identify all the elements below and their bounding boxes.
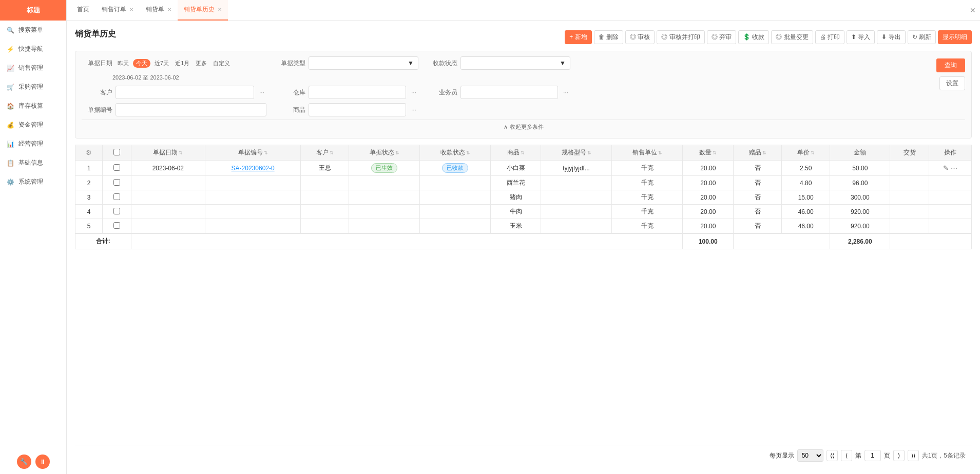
cell-date bbox=[131, 176, 205, 190]
filter-settings-button[interactable]: 设置 bbox=[939, 76, 965, 90]
more-action-btn[interactable]: ⋯ bbox=[951, 164, 957, 172]
cell-checkbox[interactable] bbox=[103, 176, 131, 190]
cell-checkbox[interactable] bbox=[103, 161, 131, 176]
sidebar-item-quick-nav[interactable]: ⚡ 快捷导航 bbox=[0, 40, 66, 58]
doc-no-input[interactable] bbox=[116, 103, 266, 116]
row-checkbox[interactable] bbox=[113, 222, 120, 229]
row-checkbox[interactable] bbox=[113, 193, 120, 200]
shortcut-yesterday[interactable]: 昨天 bbox=[116, 59, 131, 68]
tab-sales-history[interactable]: 销货单历史 ✕ bbox=[178, 0, 228, 21]
new-button[interactable]: + 新增 bbox=[565, 30, 591, 44]
salesperson-dots-btn[interactable]: ··· bbox=[561, 89, 570, 96]
tab-sales-order-close[interactable]: ✕ bbox=[129, 7, 133, 12]
cell-doc-no[interactable]: SA-20230602-0 bbox=[205, 161, 301, 176]
audit-print-button[interactable]: ◎ 审核并打印 bbox=[657, 30, 704, 44]
th-unit[interactable]: 销售单位 ⇅ bbox=[612, 145, 683, 161]
sidebar-item-basic-info[interactable]: 📋 基础信息 bbox=[0, 153, 66, 172]
doc-no-link[interactable]: SA-20230602-0 bbox=[232, 165, 275, 172]
shortcut-today[interactable]: 今天 bbox=[133, 59, 150, 68]
cell-actions bbox=[929, 190, 972, 205]
goods-label: 商品 bbox=[275, 106, 305, 114]
pagination: 每页显示 50 100 200 ⟨⟨ ⟨ 第 页 ⟩ ⟩⟩ 共1页，5条记录 bbox=[75, 445, 972, 466]
th-customer[interactable]: 客户 ⇅ bbox=[301, 145, 349, 161]
last-page-btn[interactable]: ⟩⟩ bbox=[908, 450, 919, 461]
customer-input[interactable] bbox=[116, 86, 254, 99]
collapse-filter-btn[interactable]: ∧ 收起更多条件 bbox=[82, 120, 965, 133]
print-button[interactable]: 🖨 打印 bbox=[815, 30, 844, 44]
refresh-button[interactable]: ↻ 刷新 bbox=[908, 30, 936, 44]
goods-dots-btn[interactable]: ··· bbox=[409, 106, 418, 113]
cell-doc-status bbox=[349, 190, 420, 205]
th-gift[interactable]: 赠品 ⇅ bbox=[734, 145, 782, 161]
shortcut-7days[interactable]: 近7天 bbox=[152, 59, 171, 68]
batch-change-button[interactable]: ◎ 批量变更 bbox=[771, 30, 813, 44]
th-doc-status[interactable]: 单据状态 ⇅ bbox=[349, 145, 420, 161]
sidebar-item-finance[interactable]: 💰 资金管理 bbox=[0, 115, 66, 134]
warehouse-dots-btn[interactable]: ··· bbox=[409, 89, 418, 96]
sidebar-item-search-menu[interactable]: 🔍 搜索菜单 bbox=[0, 21, 66, 40]
abandon-button[interactable]: ◎ 弃审 bbox=[707, 30, 736, 44]
sidebar-collapse-btn[interactable]: ⏸ bbox=[35, 455, 50, 469]
audit-button[interactable]: ◎ 审核 bbox=[625, 30, 655, 44]
prev-page-btn[interactable]: ⟨ bbox=[841, 450, 852, 461]
collapse-label: 收起更多条件 bbox=[510, 123, 544, 131]
customer-sort-icon: ⇅ bbox=[330, 150, 334, 155]
shortcut-more[interactable]: 更多 bbox=[194, 59, 209, 68]
basic-info-icon: 📋 bbox=[6, 159, 14, 167]
delete-button[interactable]: 🗑 删除 bbox=[594, 30, 623, 44]
th-date[interactable]: 单据日期 ⇅ bbox=[131, 145, 205, 161]
shortcut-1month[interactable]: 近1月 bbox=[173, 59, 191, 68]
sidebar-item-sales-mgmt[interactable]: 📈 销售管理 bbox=[0, 58, 66, 77]
warehouse-input[interactable] bbox=[309, 86, 406, 99]
th-goods[interactable]: 商品 ⇅ bbox=[491, 145, 541, 161]
cell-checkbox[interactable] bbox=[103, 219, 131, 234]
sidebar-item-inventory[interactable]: 🏠 库存核算 bbox=[0, 96, 66, 115]
cell-checkbox[interactable] bbox=[103, 190, 131, 205]
export-button[interactable]: ⬇ 导出 bbox=[877, 30, 905, 44]
tab-sales-delivery-close[interactable]: ✕ bbox=[167, 7, 171, 12]
next-page-btn[interactable]: ⟩ bbox=[893, 450, 905, 461]
page-size-select[interactable]: 50 100 200 bbox=[797, 449, 823, 462]
goods-input[interactable] bbox=[309, 103, 406, 116]
row-checkbox[interactable] bbox=[113, 179, 120, 186]
th-spec[interactable]: 规格型号 ⇅ bbox=[541, 145, 612, 161]
th-qty[interactable]: 数量 ⇅ bbox=[683, 145, 734, 161]
sidebar-item-operations[interactable]: 📊 经营管理 bbox=[0, 134, 66, 153]
collect-button[interactable]: 💲 收款 bbox=[738, 30, 769, 44]
row-checkbox[interactable] bbox=[113, 208, 120, 214]
show-detail-button[interactable]: 显示明细 bbox=[938, 30, 972, 44]
page-number-input[interactable] bbox=[864, 450, 881, 461]
tab-sales-history-close[interactable]: ✕ bbox=[218, 7, 222, 12]
select-all-checkbox[interactable] bbox=[113, 149, 120, 155]
cell-doc-no bbox=[205, 205, 301, 219]
doc-type-select[interactable]: ▼ bbox=[309, 56, 418, 70]
th-settings[interactable]: ⚙ bbox=[75, 145, 103, 161]
th-price[interactable]: 单价 ⇅ bbox=[782, 145, 830, 161]
first-page-btn[interactable]: ⟨⟨ bbox=[827, 450, 838, 461]
payment-status-select[interactable]: ▼ bbox=[460, 56, 570, 70]
cell-checkbox[interactable] bbox=[103, 205, 131, 219]
th-doc-no[interactable]: 单据编号 ⇅ bbox=[205, 145, 301, 161]
customer-dots-btn[interactable]: ··· bbox=[257, 89, 266, 96]
tab-home[interactable]: 首页 bbox=[71, 0, 95, 21]
th-payment-status[interactable]: 收款状态 ⇅ bbox=[420, 145, 491, 161]
import-button[interactable]: ⬆ 导入 bbox=[847, 30, 875, 44]
page-header: 销货单历史 + 新增 🗑 删除 ◎ 审核 ◎ 审核并打印 ◎ 弃审 💲 收款 ◎… bbox=[75, 29, 972, 46]
sidebar-settings-btn[interactable]: 🔧 bbox=[17, 455, 31, 469]
tab-sales-order[interactable]: 销售订单 ✕ bbox=[95, 0, 140, 21]
th-amount-label: 金额 bbox=[854, 149, 866, 156]
column-settings-button[interactable]: ⚙ bbox=[86, 149, 92, 156]
tab-bar-close-all[interactable]: ✕ bbox=[970, 6, 976, 14]
collapse-icon: ∧ bbox=[504, 124, 508, 130]
sidebar-item-system-mgmt[interactable]: ⚙️ 系统管理 bbox=[0, 172, 66, 191]
payment-status-badge: 已收款 bbox=[442, 163, 468, 173]
salesperson-input[interactable] bbox=[460, 86, 558, 99]
edit-action-btn[interactable]: ✎ bbox=[943, 164, 949, 172]
row-checkbox[interactable] bbox=[113, 164, 120, 171]
tab-sales-delivery[interactable]: 销货单 ✕ bbox=[140, 0, 178, 21]
sidebar-item-purchase-mgmt[interactable]: 🛒 采购管理 bbox=[0, 77, 66, 96]
main-area: 首页 销售订单 ✕ 销货单 ✕ 销货单历史 ✕ ✕ 销货单历史 + 新增 🗑 删… bbox=[67, 0, 980, 474]
cell-goods: 西兰花 bbox=[491, 176, 541, 190]
query-button[interactable]: 查询 bbox=[936, 58, 965, 72]
shortcut-custom[interactable]: 自定义 bbox=[211, 59, 232, 68]
